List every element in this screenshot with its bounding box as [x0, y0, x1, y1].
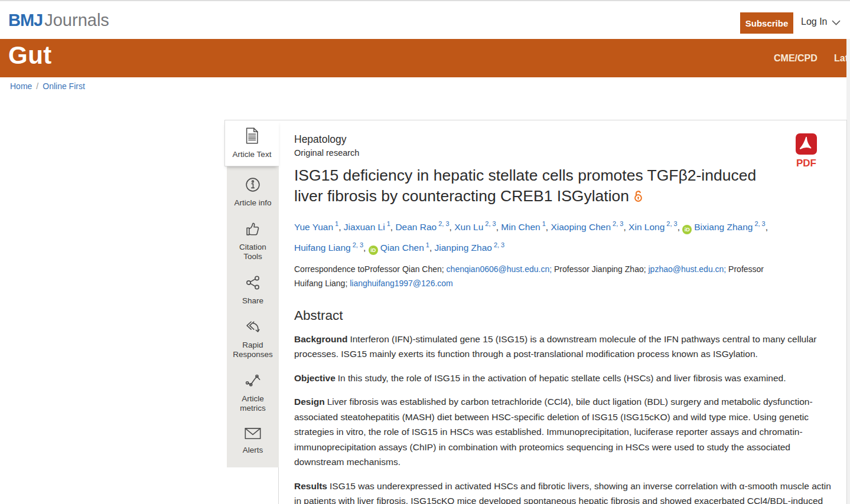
breadcrumb-separator: /: [36, 81, 38, 91]
correspondence: Correspondence toProfessor Qian Chen; ch…: [294, 262, 786, 290]
sidebar-item-label: Citation Tools: [230, 243, 275, 261]
orcid-icon[interactable]: iD: [682, 225, 692, 234]
sidebar-item-label: Article Text: [225, 150, 279, 159]
abstract-objective: ObjectiveIn this study, the role of ISG1…: [294, 371, 831, 386]
article-panel: PDF Hepatology Original research ISG15 d…: [278, 120, 847, 504]
breadcrumb: Home/Online First: [10, 81, 85, 91]
envelope-icon: [244, 426, 262, 443]
breadcrumb-online-first-link[interactable]: Online First: [43, 81, 85, 91]
abstract-background: BackgroundInterferon (IFN)-stimulated ge…: [294, 332, 831, 362]
author[interactable]: Xin Long2, 3,: [628, 222, 682, 232]
abstract-design: DesignLiver fibrosis was established by …: [294, 394, 831, 470]
info-icon: [245, 176, 261, 195]
chevron-down-icon: [832, 20, 841, 25]
login-label: Log In: [801, 17, 827, 27]
bmj-logo-text: BMJ: [8, 11, 43, 30]
author[interactable]: Huifang Liang2, 3,: [294, 243, 369, 253]
article-section: Hepatology: [294, 133, 831, 146]
site-header: BMJJournals Subscribe Log In: [0, 0, 850, 39]
rapid-responses-icon: [245, 319, 261, 338]
author[interactable]: iDBixiang Zhang2, 3,: [682, 222, 768, 232]
sidebar-item-citation-tools[interactable]: Citation Tools: [227, 213, 279, 267]
login-button[interactable]: Log In: [801, 17, 841, 27]
article-type: Original research: [294, 148, 831, 158]
author[interactable]: Jiaxuan Li1,: [344, 222, 396, 232]
sidebar-item-share[interactable]: Share: [227, 267, 279, 311]
pdf-download[interactable]: PDF: [793, 133, 819, 169]
breadcrumb-home-link[interactable]: Home: [10, 81, 32, 91]
article-text-icon: [244, 127, 260, 147]
sidebar-item-label: Article info: [230, 198, 275, 208]
journal-banner: Gut CME/CPD Latest content: [0, 39, 846, 77]
sidebar-item-article-text[interactable]: Article Text: [224, 120, 279, 166]
journals-logo-text: Journals: [44, 11, 109, 30]
email-link[interactable]: jpzhao@hust.edu.cn;: [648, 264, 726, 274]
article-title: ISG15 deficiency in hepatic stellate cel…: [294, 165, 774, 208]
thumbs-up-icon: [245, 221, 261, 240]
nav-cme-cpd[interactable]: CME/CPD: [774, 53, 818, 64]
author[interactable]: Dean Rao2, 3,: [395, 222, 454, 232]
author[interactable]: Jianping Zhao2, 3: [435, 243, 505, 253]
orcid-icon[interactable]: iD: [369, 246, 378, 255]
subscribe-button[interactable]: Subscribe: [740, 12, 793, 34]
author[interactable]: Min Chen1,: [501, 222, 551, 232]
pdf-label: PDF: [793, 158, 819, 169]
open-access-icon: [633, 187, 644, 208]
nav-latest-content[interactable]: Latest content: [834, 53, 846, 64]
author-list: Yue Yuan1, Jiaxuan Li1, Dean Rao2, 3, Xu…: [294, 215, 829, 256]
email-link[interactable]: chenqian0606@hust.edu.cn;: [447, 264, 552, 274]
author[interactable]: Xun Lu2, 3,: [454, 222, 501, 232]
sidebar-item-label: Alerts: [230, 446, 275, 455]
abstract-results: ResultsISG15 was underexpressed in activ…: [294, 479, 831, 504]
sidebar-item-article-info[interactable]: Article info: [227, 169, 279, 213]
sidebar-item-article-metrics[interactable]: Article metrics: [227, 365, 279, 418]
author[interactable]: iDQian Chen1,: [369, 243, 435, 253]
sidebar-item-alerts[interactable]: Alerts: [227, 418, 279, 460]
sidebar: Article info Citation Tools Share: [227, 166, 279, 467]
pdf-icon: [796, 133, 817, 155]
abstract-heading: Abstract: [294, 308, 831, 323]
author[interactable]: Yue Yuan1,: [294, 222, 344, 232]
share-icon: [245, 274, 261, 293]
sidebar-item-label: Article metrics: [230, 394, 275, 413]
sidebar-item-label: Rapid Responses: [230, 341, 275, 359]
sidebar-item-rapid-responses[interactable]: Rapid Responses: [227, 311, 279, 365]
author[interactable]: Xiaoping Chen2, 3,: [551, 222, 628, 232]
sidebar-item-label: Share: [230, 296, 275, 306]
bmj-journals-logo[interactable]: BMJJournals: [8, 11, 109, 30]
metrics-chart-icon: [245, 372, 261, 391]
email-link[interactable]: lianghuifang1997@126.com: [350, 279, 453, 288]
journal-title[interactable]: Gut: [8, 41, 52, 70]
